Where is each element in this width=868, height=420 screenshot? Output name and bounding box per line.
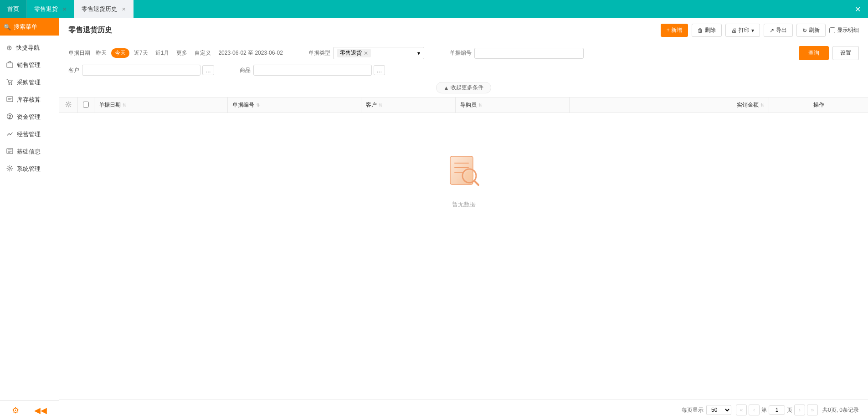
date-btn-yesterday[interactable]: 昨天 bbox=[93, 48, 109, 58]
delete-button[interactable]: 🗑 删除 bbox=[692, 24, 722, 37]
sort-date-icon[interactable]: ⇅ bbox=[123, 102, 126, 108]
show-detail-label: 显示明细 bbox=[837, 26, 859, 34]
tab-close-history[interactable]: ✕ bbox=[122, 6, 126, 12]
svg-point-4 bbox=[7, 114, 13, 119]
new-button[interactable]: + 新增 bbox=[661, 24, 688, 37]
delete-icon: 🗑 bbox=[698, 27, 703, 34]
date-btn-more[interactable]: 更多 bbox=[174, 48, 190, 58]
table-header-row: 单据日期 ⇅ 单据编号 ⇅ 客户 bbox=[59, 97, 868, 113]
quick-nav-icon: ⊕ bbox=[6, 44, 12, 52]
collapse-button[interactable]: ▲ 收起更多条件 bbox=[436, 82, 492, 93]
last-page-button[interactable]: » bbox=[807, 405, 818, 415]
print-icon: 🖨 bbox=[731, 27, 737, 34]
tab-retail-return[interactable]: 零售退货 ✕ bbox=[27, 0, 74, 18]
doc-type-filter: 单据类型 零售退货 ✕ ▾ bbox=[308, 47, 424, 59]
table-container: 单据日期 ⇅ 单据编号 ⇅ 客户 bbox=[59, 97, 868, 400]
show-detail-checkbox[interactable] bbox=[829, 27, 835, 33]
sidebar-item-quick-nav[interactable]: ⊕ 快捷导航 bbox=[0, 39, 59, 56]
th-amount[interactable]: 实销金额 ⇅ bbox=[604, 97, 769, 113]
page-title-row: 零售退货历史 + 新增 🗑 删除 🖨 打印 ▾ ↗ 导出 bbox=[68, 24, 859, 37]
export-button[interactable]: ↗ 导出 bbox=[764, 24, 793, 37]
th-action: 操作 bbox=[769, 97, 868, 113]
search-icon: 🔍 bbox=[4, 24, 11, 31]
sales-icon bbox=[6, 61, 13, 69]
sidebar-item-operations[interactable]: 经营管理 bbox=[0, 126, 59, 143]
svg-point-7 bbox=[67, 103, 69, 105]
sidebar-item-purchase[interactable]: 采购管理 bbox=[0, 74, 59, 91]
dropdown-icon: ▾ bbox=[417, 50, 420, 56]
date-btn-custom[interactable]: 自定义 bbox=[192, 48, 214, 58]
next-page-button[interactable]: › bbox=[794, 405, 805, 415]
th-customer[interactable]: 客户 ⇅ bbox=[361, 97, 455, 113]
th-spacer bbox=[569, 97, 604, 113]
customer-browse-button[interactable]: ... bbox=[202, 65, 214, 75]
customer-filter: 客户 ... bbox=[68, 65, 214, 76]
date-btn-today[interactable]: 今天 bbox=[111, 48, 129, 58]
goods-browse-button[interactable]: ... bbox=[374, 65, 385, 75]
filter-action-buttons: 查询 设置 bbox=[799, 46, 859, 60]
sort-amount-icon[interactable]: ⇅ bbox=[760, 102, 764, 108]
window-close-button[interactable]: ✕ bbox=[847, 0, 868, 18]
date-filter-label: 单据日期 bbox=[68, 49, 90, 57]
sidebar-item-label: 库存核算 bbox=[17, 96, 41, 104]
refresh-button[interactable]: ↻ 刷新 bbox=[796, 24, 826, 37]
th-settings bbox=[59, 97, 77, 113]
sort-guide-icon[interactable]: ⇅ bbox=[478, 102, 482, 108]
tab-close-retail-return[interactable]: ✕ bbox=[62, 6, 67, 12]
print-dropdown-icon: ▾ bbox=[751, 27, 754, 34]
sidebar-item-inventory[interactable]: 库存核算 bbox=[0, 91, 59, 108]
empty-row: 暂无数据 bbox=[59, 113, 868, 246]
doc-number-filter: 单据编号 bbox=[450, 48, 584, 59]
page-input[interactable] bbox=[769, 405, 785, 415]
page-prefix: 第 bbox=[761, 406, 767, 414]
sidebar-item-label: 快捷导航 bbox=[16, 44, 40, 52]
top-bar: 首页 零售退货 ✕ 零售退货历史 ✕ ✕ bbox=[0, 0, 868, 18]
th-number[interactable]: 单据编号 ⇅ bbox=[227, 97, 361, 113]
filter-area: 单据日期 昨天 今天 近7天 近1月 更多 自定义 2023-06-02 至 2… bbox=[68, 42, 859, 97]
date-filter: 单据日期 昨天 今天 近7天 近1月 更多 自定义 2023-06-02 至 2… bbox=[68, 48, 283, 58]
tab-retail-return-history[interactable]: 零售退货历史 ✕ bbox=[74, 0, 134, 18]
date-btn-7days[interactable]: 近7天 bbox=[131, 48, 151, 58]
sidebar-item-system[interactable]: 系统管理 bbox=[0, 160, 59, 178]
show-detail-checkbox-label[interactable]: 显示明细 bbox=[829, 26, 859, 34]
sidebar-item-sales[interactable]: 销售管理 bbox=[0, 56, 59, 74]
first-page-button[interactable]: « bbox=[736, 405, 747, 415]
customer-input[interactable] bbox=[82, 65, 200, 76]
doc-number-input[interactable] bbox=[474, 48, 584, 59]
system-icon bbox=[6, 165, 13, 173]
date-btn-1month[interactable]: 近1月 bbox=[153, 48, 172, 58]
data-table: 单据日期 ⇅ 单据编号 ⇅ 客户 bbox=[59, 97, 868, 245]
prev-page-button[interactable]: ‹ bbox=[749, 405, 760, 415]
sidebar-item-label: 经营管理 bbox=[17, 130, 41, 138]
sidebar-item-finance[interactable]: 资金管理 bbox=[0, 108, 59, 126]
toolbar: + 新增 🗑 删除 🖨 打印 ▾ ↗ 导出 ↻ bbox=[661, 24, 859, 37]
sidebar-item-basic-info[interactable]: 基础信息 bbox=[0, 143, 59, 160]
sidebar: 🔍 搜索菜单 ⊕ 快捷导航 销售管理 采购管理 bbox=[0, 18, 59, 420]
goods-input[interactable] bbox=[253, 65, 372, 76]
select-all-checkbox[interactable] bbox=[83, 102, 89, 108]
page-size-dropdown[interactable]: 20 50 100 bbox=[706, 405, 731, 415]
th-date[interactable]: 单据日期 ⇅ bbox=[94, 97, 227, 113]
sidebar-item-label: 基础信息 bbox=[17, 148, 41, 156]
th-guide[interactable]: 导购员 ⇅ bbox=[455, 97, 569, 113]
page-title: 零售退货历史 bbox=[68, 26, 112, 35]
finance-icon bbox=[6, 113, 13, 121]
page-header: 零售退货历史 + 新增 🗑 删除 🖨 打印 ▾ ↗ 导出 bbox=[59, 18, 868, 97]
doc-type-select[interactable]: 零售退货 ✕ ▾ bbox=[333, 47, 424, 59]
page-suffix: 页 bbox=[787, 406, 792, 414]
content-area: 零售退货历史 + 新增 🗑 删除 🖨 打印 ▾ ↗ 导出 bbox=[59, 18, 868, 420]
doc-type-remove[interactable]: ✕ bbox=[364, 50, 368, 56]
svg-rect-3 bbox=[7, 97, 13, 102]
tab-home[interactable]: 首页 bbox=[0, 0, 27, 18]
sidebar-audio-button[interactable]: ◀◀ bbox=[34, 405, 47, 415]
settings-button[interactable]: 设置 bbox=[832, 46, 859, 60]
print-button[interactable]: 🖨 打印 ▾ bbox=[725, 24, 760, 37]
sidebar-search[interactable]: 🔍 搜索菜单 bbox=[0, 18, 59, 36]
th-checkbox[interactable] bbox=[77, 97, 94, 113]
table-body: 暂无数据 bbox=[59, 113, 868, 246]
sort-number-icon[interactable]: ⇅ bbox=[256, 102, 260, 108]
pagination: « ‹ 第 页 › » bbox=[736, 405, 818, 415]
query-button[interactable]: 查询 bbox=[799, 46, 829, 60]
sort-customer-icon[interactable]: ⇅ bbox=[379, 102, 382, 108]
sidebar-settings-button[interactable]: ⚙ bbox=[12, 405, 19, 415]
